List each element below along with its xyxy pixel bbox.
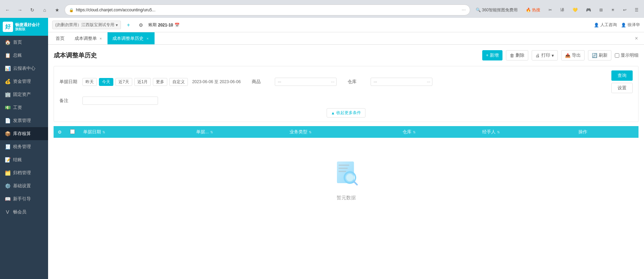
tax-icon: 🧾 bbox=[5, 144, 10, 149]
wallet-tool[interactable]: 💛 bbox=[570, 7, 580, 13]
sidebar-item-home[interactable]: 🏠 首页 bbox=[0, 36, 48, 49]
date-1month[interactable]: 近1月 bbox=[134, 78, 151, 86]
ssl-lock-icon: 🔒 bbox=[69, 8, 74, 12]
sidebar-item-settings[interactable]: ⚙️ 基础设置 bbox=[0, 179, 48, 192]
table-header-row: ⚙ 单据日期 ⇅ 单据... bbox=[54, 126, 639, 138]
scissors-tool[interactable]: ✂ bbox=[546, 7, 555, 13]
th-gear[interactable]: ⚙ bbox=[54, 126, 66, 138]
th-date[interactable]: 单据日期 ⇅ bbox=[79, 126, 192, 138]
th-biz-type[interactable]: 业务类型 ⇅ bbox=[285, 126, 398, 138]
brightness-tool[interactable]: ☀ bbox=[608, 7, 618, 13]
add-company-button[interactable]: + bbox=[124, 20, 133, 30]
sort-biztype-icon: ⇅ bbox=[309, 130, 312, 134]
vip-icon: V bbox=[5, 209, 10, 215]
show-cols-checkbox[interactable] bbox=[615, 53, 619, 58]
th-checkbox[interactable] bbox=[66, 126, 79, 138]
page-title: 成本调整单历史 bbox=[54, 51, 97, 59]
sidebar-item-reports[interactable]: 📊 云报表中心 bbox=[0, 62, 48, 75]
avatar-icon: 👤 bbox=[621, 23, 626, 27]
th-doc-num[interactable]: 单据... ⇅ bbox=[192, 126, 285, 138]
date-7days[interactable]: 近7天 bbox=[115, 78, 132, 86]
close-all-tabs-btn[interactable]: × bbox=[632, 34, 641, 43]
th-warehouse[interactable]: 仓库 ⇅ bbox=[398, 126, 478, 138]
sidebar-item-inventory[interactable]: 📦 库存核算 bbox=[0, 127, 48, 140]
column-settings-gear-icon[interactable]: ⚙ bbox=[58, 130, 62, 135]
tab-cost-adjustment[interactable]: 成本调整单 × bbox=[70, 32, 108, 44]
translate-tool[interactable]: 译 bbox=[557, 6, 567, 14]
sidebar-item-fixed-assets[interactable]: 🏢 固定资产 bbox=[0, 88, 48, 101]
export-icon: 📤 bbox=[565, 53, 570, 58]
date-filter-label: 单据日期 bbox=[59, 79, 78, 85]
svg-rect-1 bbox=[338, 165, 349, 166]
delete-button[interactable]: 🗑 删除 bbox=[506, 50, 528, 60]
collapse-filters-btn[interactable]: ▲ 收起更多条件 bbox=[327, 108, 366, 118]
sidebar-item-closing[interactable]: 📝 结账 bbox=[0, 153, 48, 166]
date-today[interactable]: 今天 bbox=[99, 78, 113, 86]
browser-tools: 🔍 360智能抠图免费用 🔥 热搜 ✂ 译 💛 🎮 ⊞ ☀ ↩ ☰ bbox=[473, 6, 641, 14]
service-icon: 👤 bbox=[594, 23, 599, 27]
sidebar-item-tutorial[interactable]: 📖 新手引导 bbox=[0, 192, 48, 205]
menu-tool[interactable]: ☰ bbox=[632, 7, 641, 13]
tab-cost-adjustment-history[interactable]: 成本调整单历史 × bbox=[108, 32, 154, 44]
home-icon: 🏠 bbox=[5, 40, 10, 45]
export-button[interactable]: 📤 导出 bbox=[561, 50, 585, 60]
refresh-button[interactable]: 🔄 刷新 bbox=[588, 50, 611, 60]
print-dropdown-icon: ▾ bbox=[552, 53, 554, 58]
remark-input[interactable] bbox=[82, 97, 158, 105]
grid-tool[interactable]: ⊞ bbox=[597, 7, 606, 13]
date-more[interactable]: 更多 bbox=[153, 78, 167, 86]
tabs-bar: 首页 成本调整单 × 成本调整单历史 × × bbox=[48, 32, 644, 45]
browser-chrome: ← → ↻ ⌂ ★ 🔒 https://cloud.chanjet.com/ac… bbox=[0, 0, 644, 18]
forward-button[interactable]: → bbox=[15, 5, 25, 15]
calendar-icon[interactable]: 📅 bbox=[174, 23, 180, 27]
filter-settings-button[interactable]: 设置 bbox=[611, 83, 633, 93]
refresh-icon: 🔄 bbox=[592, 53, 597, 58]
inventory-icon: 📦 bbox=[5, 131, 10, 136]
sidebar-item-funds[interactable]: 💰 资金管理 bbox=[0, 75, 48, 88]
home-browser-button[interactable]: ⌂ bbox=[40, 5, 49, 15]
sort-warehouse-icon: ⇅ bbox=[413, 130, 416, 134]
sidebar-item-vip[interactable]: V 畅会员 bbox=[0, 205, 48, 219]
logo-icon: 好 bbox=[3, 22, 13, 32]
company-settings-icon[interactable]: ⚙ bbox=[136, 20, 146, 30]
new-button[interactable]: + 新增 bbox=[482, 50, 502, 60]
sidebar-item-archive[interactable]: 🗂️ 归档管理 bbox=[0, 166, 48, 179]
tab-cost-adjustment-close[interactable]: × bbox=[99, 36, 102, 41]
date-yesterday[interactable]: 昨天 bbox=[82, 78, 97, 86]
sidebar-item-ledger[interactable]: 📋 总账 bbox=[0, 49, 48, 62]
sort-docnum-icon: ⇅ bbox=[210, 130, 213, 134]
bookmark-button[interactable]: ★ bbox=[52, 5, 62, 15]
query-button[interactable]: 查询 bbox=[611, 70, 633, 81]
warehouse-select[interactable] bbox=[371, 78, 432, 86]
date-custom[interactable]: 自定义 bbox=[169, 78, 188, 86]
th-handler[interactable]: 经手人 ⇅ bbox=[478, 126, 574, 138]
goods-select[interactable] bbox=[275, 78, 337, 86]
show-cols-checkbox-label[interactable]: 显示明细 bbox=[615, 52, 639, 58]
back-button[interactable]: ← bbox=[3, 5, 12, 15]
sidebar-item-invoice[interactable]: 📄 发票管理 bbox=[0, 114, 48, 127]
hot-search-btn[interactable]: 🔥 热搜 bbox=[523, 6, 543, 14]
search-tool[interactable]: 🔍 360智能抠图免费用 bbox=[473, 6, 520, 14]
company-selector[interactable]: (勿删勿禁用）江西版宝测试专用 ▾ bbox=[52, 21, 121, 29]
tab-home[interactable]: 首页 bbox=[51, 32, 70, 44]
remark-filter-label: 备注 bbox=[59, 98, 78, 104]
page-actions: + 新增 🗑 删除 🖨 打印 ▾ 📤 导出 🔄 bbox=[482, 50, 639, 60]
tab-history-close[interactable]: × bbox=[146, 36, 149, 41]
th-actions: 操作 bbox=[574, 126, 639, 138]
sidebar-item-salary[interactable]: 💵 工资 bbox=[0, 101, 48, 114]
refresh-browser-button[interactable]: ↻ bbox=[27, 5, 37, 15]
undo-tool[interactable]: ↩ bbox=[620, 7, 629, 13]
warehouse-filter-label: 仓库 bbox=[348, 79, 366, 85]
goods-select-wrapper bbox=[275, 78, 337, 86]
assets-icon: 🏢 bbox=[5, 92, 10, 97]
topbar: (勿删勿禁用）江西版宝测试专用 ▾ + ⚙ 账期 2021-10 📅 👤 人工咨… bbox=[48, 18, 644, 32]
svg-rect-3 bbox=[338, 171, 346, 172]
sidebar-item-tax[interactable]: 🧾 税务管理 bbox=[0, 140, 48, 153]
select-all-checkbox[interactable] bbox=[70, 129, 75, 134]
user-avatar[interactable]: 👤 徐泽华 bbox=[621, 22, 640, 28]
customer-service-btn[interactable]: 👤 人工咨询 bbox=[594, 22, 617, 28]
search-icon: 🔍 bbox=[476, 8, 481, 12]
address-bar[interactable]: 🔒 https://cloud.chanjet.com/accounting/u… bbox=[65, 4, 470, 15]
game-tool[interactable]: 🎮 bbox=[583, 7, 594, 13]
print-button[interactable]: 🖨 打印 ▾ bbox=[532, 50, 558, 60]
